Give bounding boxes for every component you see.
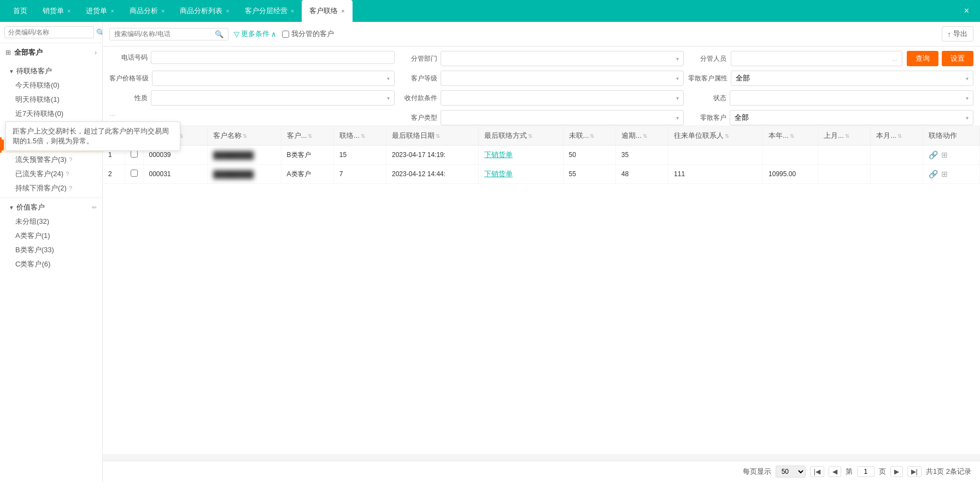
close-customer-contact-icon[interactable]: ×: [341, 8, 344, 14]
sort-thismonth-icon[interactable]: ⇅: [897, 133, 902, 139]
nav-product-analysis[interactable]: 商品分析 ×: [122, 0, 172, 22]
sidebar-search-container: 🔍: [0, 22, 102, 43]
edit-icon[interactable]: ✏: [92, 204, 97, 211]
sort-year-icon[interactable]: ⇅: [790, 133, 794, 139]
my-customer-filter: 我分管的客户: [282, 29, 334, 39]
sidebar-search-input[interactable]: [4, 26, 94, 38]
sidebar-all-customers[interactable]: ⊞ 全部客户 ›: [0, 43, 102, 62]
phone-input[interactable]: [151, 51, 395, 64]
payment-label: 收付款条件: [399, 94, 437, 103]
scatter-customer-select[interactable]: 全部 ▾: [730, 110, 973, 125]
row2-checkbox[interactable]: [125, 165, 143, 184]
first-page-button[interactable]: |◀: [810, 466, 824, 477]
sort-method-icon[interactable]: ⇅: [528, 133, 532, 139]
row2-this-year: 10995.00: [763, 165, 818, 184]
collapse-icon[interactable]: ›: [95, 49, 97, 56]
query-button[interactable]: 查询: [907, 51, 938, 66]
pending-contact-header[interactable]: ▼ 待联络客户: [0, 64, 102, 78]
filter-price-grade-row: 客户价格等级 ▾: [109, 71, 395, 86]
row1-last-method[interactable]: 下销货单: [478, 146, 563, 165]
lost-help2-icon[interactable]: ?: [66, 171, 69, 177]
sidebar-unclassified[interactable]: 未分组(32): [0, 214, 102, 229]
dept-arrow-icon: ▾: [676, 56, 679, 62]
row1-overdue: 35: [615, 146, 668, 165]
payment-arrow-icon: ▾: [676, 95, 679, 101]
filter-grid-area: 电话号码 分管部门 ▾ 分管人员 …: [103, 47, 980, 125]
nav-product-analysis-list[interactable]: 商品分析列表 ×: [172, 0, 237, 22]
close-customer-tier-icon[interactable]: ×: [291, 8, 294, 14]
sort-overdue-icon[interactable]: ⇅: [643, 133, 647, 139]
row2-grid-icon[interactable]: ⊞: [941, 170, 948, 178]
sidebar-c-class[interactable]: C类客户(6): [0, 257, 102, 271]
nav-purchase-order[interactable]: 进货单 ×: [78, 0, 121, 22]
row2-link-icon[interactable]: 🔗: [929, 170, 938, 178]
per-page-select[interactable]: 50 100 200: [776, 466, 806, 478]
sidebar-b-class[interactable]: B类客户(33): [0, 243, 102, 257]
sidebar-tomorrow-contact[interactable]: 明天待联络(1): [0, 92, 102, 107]
sort-person-icon[interactable]: ⇅: [725, 133, 729, 139]
close-purchase-order-icon[interactable]: ×: [110, 8, 114, 14]
nav-customer-contact[interactable]: 客户联络 ×: [302, 0, 352, 22]
sort-date-icon[interactable]: ⇅: [436, 133, 440, 139]
page-number-input[interactable]: [857, 466, 875, 477]
col-not-contacted: 未联...⇅: [563, 126, 615, 146]
row2-last-method[interactable]: 下销货单: [478, 165, 563, 184]
payment-select[interactable]: ▾: [441, 90, 684, 106]
nav-customer-tier[interactable]: 客户分层经营 ×: [237, 0, 302, 22]
sidebar-declining[interactable]: 持续下滑客户(2) ?: [0, 181, 102, 195]
window-close-button[interactable]: ×: [959, 6, 975, 16]
my-customer-checkbox[interactable]: [282, 31, 289, 38]
grade-arrow-icon: ▾: [676, 76, 679, 82]
more-filters-button[interactable]: ▽ 更多条件 ∧: [234, 29, 277, 39]
row1-name: ████████: [208, 146, 281, 165]
tooltip-text: 距客户上次交易时长，超过了此客户的平均交易周期的1.5倍，则视为异常。: [13, 127, 169, 145]
scatter-attr-select[interactable]: 全部 ▾: [731, 71, 973, 86]
sort-not-icon[interactable]: ⇅: [590, 133, 594, 139]
row1-this-month: [871, 146, 923, 165]
row1-not-contacted: 50: [563, 146, 615, 165]
customer-type-select[interactable]: ▾: [441, 110, 684, 125]
sort-contact-icon[interactable]: ⇅: [361, 133, 365, 139]
filter-nature-row: 性质 ▾: [109, 90, 395, 106]
manager-select[interactable]: …: [731, 51, 902, 66]
close-sales-order-icon[interactable]: ×: [67, 8, 71, 14]
lost-help-icon[interactable]: ?: [69, 156, 72, 163]
nature-select[interactable]: ▾: [151, 90, 395, 106]
next-page-button[interactable]: ▶: [890, 466, 903, 477]
filter-search-input[interactable]: [114, 30, 213, 38]
sidebar-already-lost[interactable]: 已流失客户(24) ?: [0, 167, 102, 181]
export-button[interactable]: ↑ 导出: [942, 26, 974, 42]
sort-lastmonth-icon[interactable]: ⇅: [845, 133, 849, 139]
triangle-down-icon: ▼: [9, 68, 14, 74]
declining-help-icon[interactable]: ?: [69, 185, 72, 191]
total-pages-label: 共1页 2条记录: [926, 467, 971, 477]
filter-manager-row: 分管人员 … 查询 设置: [688, 51, 973, 66]
sort-name-icon[interactable]: ⇅: [243, 133, 247, 139]
last-page-button[interactable]: ▶|: [907, 466, 922, 477]
sidebar-lost-warning[interactable]: 流失预警客户(3) ?: [0, 153, 102, 167]
row1-grid-icon[interactable]: ⊞: [941, 150, 948, 159]
status-select[interactable]: ▾: [730, 90, 973, 106]
sidebar-a-class[interactable]: A类客户(1): [0, 229, 102, 243]
nav-sales-order[interactable]: 销货单 ×: [35, 0, 78, 22]
prev-page-button[interactable]: ◀: [829, 466, 841, 477]
value-customer-header[interactable]: ▼ 价值客户 ✏: [0, 200, 102, 214]
dept-select[interactable]: ▾: [441, 51, 684, 66]
close-product-analysis-icon[interactable]: ×: [161, 8, 165, 14]
filter-icon: ▽: [234, 30, 239, 38]
sidebar-today-contact[interactable]: 今天待联络(0): [0, 78, 102, 92]
sidebar-7days-contact[interactable]: 近7天待联络(0): [0, 107, 102, 121]
row2-not-contacted: 55: [563, 165, 615, 184]
settings-button[interactable]: 设置: [942, 51, 973, 66]
filter-search-icon[interactable]: 🔍: [215, 30, 224, 38]
horizontal-scrollbar[interactable]: [103, 454, 980, 461]
status-label: 状态: [688, 94, 726, 103]
close-product-analysis-list-icon[interactable]: ×: [226, 8, 229, 14]
sidebar-search-icon[interactable]: 🔍: [96, 28, 103, 37]
filter-scatter-attr-row: 零散客户属性 全部 ▾: [688, 71, 973, 86]
customer-grade-select[interactable]: ▾: [441, 71, 684, 86]
row1-link-icon[interactable]: 🔗: [929, 150, 938, 159]
price-grade-select[interactable]: ▾: [152, 71, 395, 86]
nav-home[interactable]: 首页: [5, 0, 35, 22]
sort-type-icon[interactable]: ⇅: [308, 133, 312, 139]
